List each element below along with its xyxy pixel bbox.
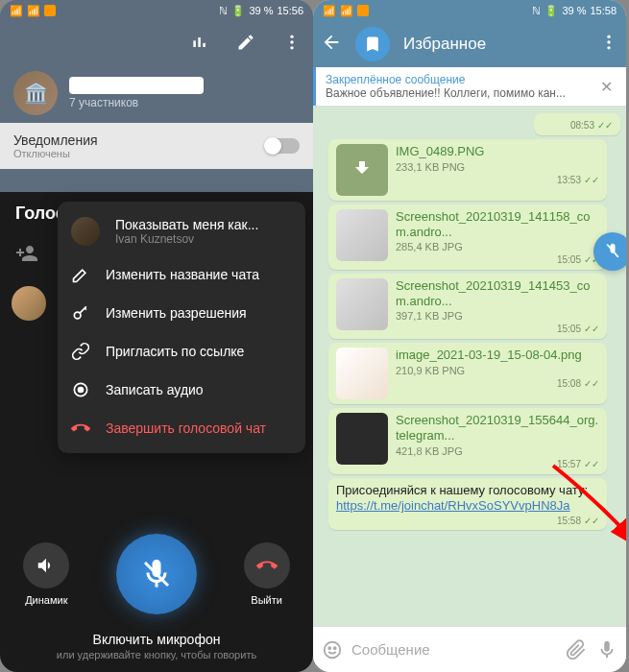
menu-end-call[interactable]: Завершить голосовой чат	[58, 409, 305, 447]
status-bar: 📶 📶 ℕ 🔋 39 % 15:56	[0, 0, 313, 21]
clock: 15:58	[590, 5, 617, 16]
invite-link[interactable]: https://t.me/joinchat/RHvxSoSYVvpHN8Ja	[336, 498, 570, 513]
hangup-icon	[71, 419, 90, 438]
menu-permissions[interactable]: Изменить разрешения	[58, 294, 305, 332]
file-thumbnail	[336, 413, 388, 465]
file-message[interactable]: IMG_0489.PNG 233,1 KB PNG 13:53✓✓	[328, 139, 607, 201]
emoji-icon[interactable]	[321, 638, 344, 661]
battery-text: 39 %	[249, 5, 273, 16]
menu-show-as[interactable]: Показывать меня как... Ivan Kuznetsov	[58, 207, 305, 255]
pinned-text: Важное объявление!! Коллеги, помимо кан.…	[326, 86, 596, 100]
speaker-button[interactable]	[23, 542, 69, 588]
notif-toggle[interactable]	[265, 138, 300, 154]
group-header[interactable]: 🏛️ 7 участников	[0, 63, 313, 123]
add-user-icon[interactable]	[12, 238, 42, 269]
nfc-icon: ℕ	[532, 5, 541, 17]
menu-rename[interactable]: Изменить название чата	[58, 255, 305, 294]
key-icon	[71, 303, 90, 323]
svg-point-15	[328, 647, 330, 649]
voice-message-button[interactable]	[593, 232, 626, 271]
battery-icon: 🔋	[544, 5, 558, 17]
message-input-bar: Сообщение	[313, 626, 626, 672]
group-name	[69, 77, 204, 94]
signal-icon: 📶	[10, 5, 23, 17]
file-thumbnail	[336, 209, 388, 261]
chat-messages[interactable]: 08:53✓✓ IMG_0489.PNG 233,1 KB PNG 13:53✓…	[313, 106, 626, 664]
chat-title[interactable]: Избранное	[403, 35, 586, 54]
svg-rect-1	[198, 37, 201, 47]
group-avatar: 🏛️	[13, 71, 58, 115]
clock: 15:56	[277, 5, 303, 16]
notif-sub: Отключены	[13, 148, 98, 159]
pinned-title: Закреплённое сообщение	[326, 73, 596, 86]
checks-icon: ✓✓	[597, 120, 613, 131]
svg-point-4	[290, 40, 293, 43]
leave-button[interactable]	[244, 542, 290, 588]
checks-icon: ✓✓	[584, 175, 599, 185]
nfc-icon: ℕ	[219, 5, 228, 17]
wifi-icon: 📶	[27, 5, 40, 17]
message-bubble[interactable]: 08:53✓✓	[534, 113, 620, 135]
checks-icon: ✓✓	[584, 459, 599, 469]
mic-button[interactable]	[116, 534, 197, 614]
svg-point-10	[607, 36, 610, 38]
svg-rect-0	[193, 40, 196, 47]
app-indicator-icon	[357, 5, 369, 16]
svg-point-11	[607, 40, 610, 43]
notif-label: Уведомления	[13, 132, 98, 148]
participant-avatar[interactable]	[12, 286, 46, 321]
file-message[interactable]: Screenshot_20210319_141453_com.andro... …	[328, 274, 607, 339]
edit-icon[interactable]	[232, 29, 259, 56]
status-bar: 📶 📶 ℕ 🔋 39 % 15:58	[313, 0, 626, 21]
more-icon[interactable]	[599, 33, 618, 56]
text-message[interactable]: Присоединяйся к нашему голосовому чату: …	[328, 478, 607, 531]
notifications-row[interactable]: Уведомления Отключены	[0, 123, 313, 169]
checks-icon: ✓✓	[584, 378, 599, 389]
svg-point-6	[74, 312, 81, 319]
speaker-label: Динамик	[25, 594, 67, 606]
svg-point-8	[79, 388, 84, 393]
checks-icon: ✓✓	[584, 324, 599, 334]
svg-rect-2	[203, 43, 206, 47]
svg-point-14	[325, 641, 341, 658]
menu-record[interactable]: Записать аудио	[58, 371, 305, 409]
app-indicator-icon	[44, 5, 56, 16]
pencil-icon	[71, 265, 90, 284]
battery-icon: 🔋	[231, 5, 245, 17]
mic-hint-sub: или удерживайте кнопку, чтобы говорить	[0, 649, 313, 660]
battery-text: 39 %	[562, 5, 586, 16]
leave-label: Выйти	[251, 594, 282, 606]
download-icon[interactable]	[336, 144, 388, 196]
more-icon[interactable]	[278, 29, 305, 56]
svg-point-16	[334, 647, 336, 649]
file-thumbnail	[336, 278, 388, 330]
close-icon[interactable]: ✕	[596, 74, 617, 100]
signal-icon: 📶	[323, 5, 336, 17]
svg-point-12	[607, 46, 610, 49]
svg-point-5	[290, 46, 293, 49]
file-message[interactable]: Screenshot_20210319_141158_com.andro... …	[328, 204, 607, 270]
message-input[interactable]: Сообщение	[351, 641, 557, 658]
wifi-icon: 📶	[340, 5, 353, 17]
menu-invite[interactable]: Пригласить по ссылке	[58, 332, 305, 371]
group-subtitle: 7 участников	[69, 96, 204, 109]
checks-icon: ✓✓	[584, 515, 599, 527]
file-thumbnail	[336, 348, 388, 399]
mic-icon[interactable]	[595, 638, 618, 661]
menu-avatar-icon	[71, 217, 100, 246]
link-icon	[71, 342, 90, 361]
back-icon[interactable]	[321, 32, 342, 57]
file-message[interactable]: Screenshot_20210319_155644_org.telegram.…	[328, 408, 607, 473]
saved-messages-icon[interactable]	[355, 27, 390, 61]
context-menu: Показывать меня как... Ivan Kuznetsov Из…	[58, 202, 305, 453]
poll-icon[interactable]	[186, 29, 213, 56]
file-message[interactable]: image_2021-03-19_15-08-04.png 210,9 KB P…	[328, 343, 607, 404]
mic-hint-title: Включить микрофон	[0, 632, 313, 647]
pinned-message[interactable]: Закреплённое сообщение Важное объявление…	[313, 67, 626, 106]
record-icon	[71, 380, 90, 399]
attach-icon[interactable]	[565, 638, 588, 661]
svg-point-3	[290, 36, 293, 38]
